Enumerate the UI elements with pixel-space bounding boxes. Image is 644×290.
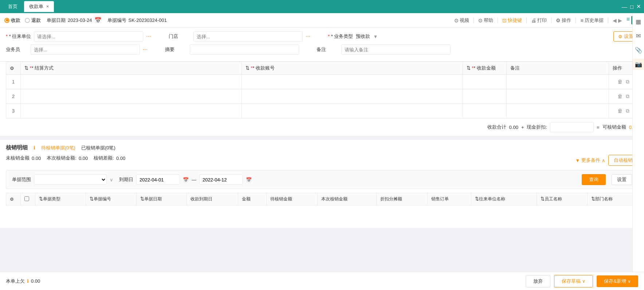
doc-date-field: 单据日期 2023-03-24 📅 [47, 17, 102, 24]
date-to-icon[interactable]: 📅 [246, 177, 252, 183]
business-type-value: 预收款 [356, 33, 370, 40]
row-delete-icon[interactable]: 🗑 [617, 79, 623, 85]
table-row: 2 🗑 ⧉ [6, 89, 638, 104]
verify-col-checkbox-header[interactable] [21, 193, 35, 205]
help-btn[interactable]: ⊙ 帮助 [478, 17, 493, 24]
toolbar-right: ⊙ 视频 ⊙ 帮助 ⊡ 快捷键 🖨 打印 ⚙ 操作 [454, 16, 640, 24]
verify-col-settings[interactable]: ⚙ [6, 193, 21, 205]
row-delete-icon[interactable]: 🗑 [617, 93, 623, 99]
discard-button[interactable]: 放弃 [526, 275, 550, 287]
row-copy-icon[interactable]: ⧉ [626, 108, 629, 114]
footer: 本单上欠 ℹ 0.00 放弃 保存草稿 ∨ 保存&新增 ∨ [0, 272, 644, 290]
history-btn[interactable]: ≡ 历史单据 [580, 17, 603, 24]
verify-settings-button[interactable]: 设置 [612, 174, 632, 185]
receipt-type-group: 收款 退款 [4, 17, 41, 24]
row-copy-icon[interactable]: ⧉ [626, 79, 629, 85]
nav-home[interactable]: 首页 [3, 1, 23, 12]
radio-receipt[interactable]: 收款 [4, 17, 20, 24]
history-icon: ≡ [580, 17, 583, 23]
form-row-1: * 往来单位 ··· 门店 ··· * 业务类型 预收款 ▼ ⚙ 设置 [6, 31, 638, 42]
window-close-btn[interactable]: ✕ [636, 3, 641, 10]
window-min-btn[interactable]: — [622, 4, 627, 10]
gear-icon: ⚙ [618, 34, 623, 39]
doc-range-select[interactable] [34, 175, 107, 185]
staff-more-btn[interactable]: ··· [143, 47, 148, 52]
video-btn[interactable]: ⊙ 视频 [454, 17, 469, 24]
nav-active-tab[interactable]: 收款单 × [24, 1, 54, 12]
query-button[interactable]: 查询 [582, 174, 606, 185]
save-draft-button[interactable]: 保存草稿 ∨ [554, 275, 593, 287]
calendar-icon[interactable]: 📅 [94, 17, 102, 24]
shop-more-btn[interactable]: ··· [306, 34, 310, 39]
operate-btn[interactable]: ⚙ 操作 [556, 17, 571, 24]
more-conditions-btn[interactable]: ▼ 更多条件 ∧ [575, 157, 605, 164]
total-value: 0.00 [509, 125, 518, 130]
verify-info-icon[interactable]: ℹ [34, 145, 35, 150]
toolbar: 收款 退款 单据日期 2023-03-24 📅 单据编号 SK-20230324… [0, 13, 644, 28]
sidebar-table-icon[interactable]: ▦ [633, 16, 643, 27]
video-icon: ⊙ [454, 17, 459, 23]
col-amount-header: ⇅ ** 收款金额 [463, 62, 506, 75]
business-type-dropdown[interactable]: ▼ [373, 34, 378, 39]
window-max-btn[interactable]: □ [630, 4, 633, 10]
prev-arrow[interactable]: ◀ [613, 17, 617, 23]
date-from-input[interactable] [136, 175, 180, 185]
remark-input[interactable] [341, 44, 451, 55]
col-account-header: ⇅ ** 收款账号 [242, 62, 463, 75]
date-to-input[interactable] [199, 175, 243, 185]
sort-icon: ⇅ [541, 196, 545, 201]
verify-table: ⚙ ⇅单据类型 ⇅单据编号 ⇅单据日期 收款到期日 [6, 193, 638, 205]
radio-refund[interactable]: 退款 [25, 17, 41, 24]
partner-label: * 往来单位 [6, 33, 31, 40]
summary-input[interactable] [190, 44, 299, 55]
doc-range-field: 单据范围 ∨ [12, 175, 113, 185]
sidebar-screenshot-icon[interactable]: 📷 [633, 59, 644, 70]
col-settings-header[interactable]: ⚙ [6, 62, 21, 75]
sort-icon: ⇅ [90, 196, 94, 201]
verify-col-doc-type: ⇅单据类型 [35, 193, 86, 205]
sidebar-clip-icon[interactable]: 📎 [633, 44, 644, 56]
discount-label: 现金折扣: [527, 124, 547, 130]
shortcut-btn[interactable]: ⊡ 快捷键 [502, 17, 522, 24]
list-view-icon[interactable]: ≡ [627, 16, 630, 24]
staff-input[interactable] [31, 44, 140, 55]
date-from-icon[interactable]: 📅 [183, 177, 189, 183]
shop-input[interactable] [193, 31, 303, 42]
footer-info: 本单上欠 ℹ 0.00 [6, 278, 40, 285]
next-arrow[interactable]: ▶ [618, 17, 622, 23]
receipt-table: ⚙ ⇅ ** 结算方式 ⇅ ** 收款账号 ⇅ ** 收款金额 [6, 62, 638, 118]
print-btn[interactable]: 🖨 打印 [531, 17, 547, 24]
save-arrow-icon: ∨ [628, 279, 631, 284]
sort-icon: ⇅ [140, 196, 144, 201]
discount-input[interactable] [550, 122, 594, 132]
doc-range-arrow[interactable]: ∨ [110, 177, 113, 183]
footer-info-icon[interactable]: ℹ [27, 278, 29, 284]
stat-diff: 核销差额: 0.00 [94, 155, 125, 161]
partner-more-btn[interactable]: ··· [146, 34, 151, 39]
summary-row: 收款合计 0.00 + 现金折扣: = 可核销金额 0.00 [0, 118, 644, 136]
sidebar-mail-icon[interactable]: ✉ [634, 30, 643, 42]
pending-tab[interactable]: 待核销单据(0笔) [41, 145, 75, 151]
table-settings-icon[interactable]: ⚙ [10, 66, 14, 71]
verify-header: 核销明细 ℹ 待核销单据(0笔) 已核销单据(0笔) [6, 144, 638, 151]
tab-close-icon[interactable]: × [46, 4, 49, 9]
select-all-checkbox[interactable] [24, 196, 29, 201]
footer-current-value: 0.00 [31, 278, 40, 284]
verify-col-sales-order: 销售订单 [428, 193, 471, 205]
col-remark-header: 备注 [506, 62, 609, 75]
row-copy-icon[interactable]: ⧉ [626, 93, 629, 99]
verify-stats-row: 未核销金额 0.00 本次核销金额: 0.00 核销差额: 0.00 ▼ 更多条… [6, 155, 638, 166]
verify-col-doc-date: ⇅单据日期 [136, 193, 187, 205]
verify-col-discount: 折扣分摊额 [376, 193, 428, 205]
partner-input[interactable] [34, 31, 143, 42]
done-tab[interactable]: 已核销单据(0笔) [81, 145, 115, 151]
verify-col-dept: ⇅部门名称 [588, 193, 638, 205]
stat-current: 本次核销金额: 0.00 [47, 155, 88, 161]
table-row: 3 🗑 ⧉ [6, 104, 638, 118]
sort-icon: ⇅ [39, 196, 43, 201]
net-label: 可核销金额 [602, 124, 626, 130]
radio-receipt-dot [4, 18, 9, 23]
row-delete-icon[interactable]: 🗑 [617, 108, 623, 114]
save-new-button[interactable]: 保存&新增 ∨ [597, 275, 638, 287]
verify-col-partner: ⇅往来单位名称 [471, 193, 537, 205]
